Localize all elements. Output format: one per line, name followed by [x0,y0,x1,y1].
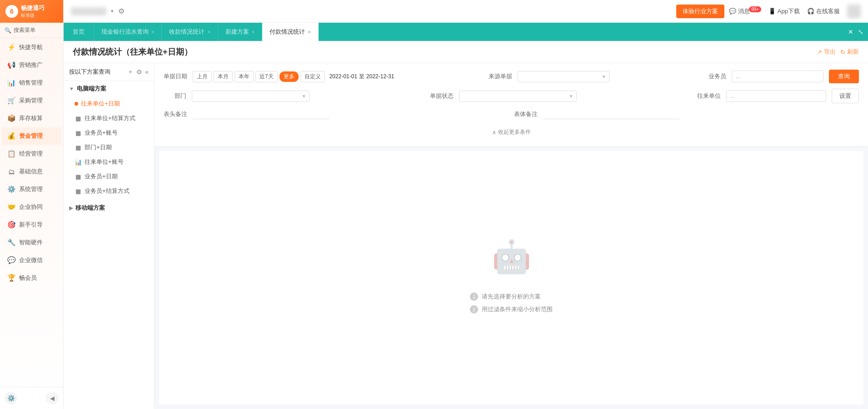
tab-payment-stats-close[interactable]: × [308,29,310,35]
topbar: 某某公司名称 ▾ ⚙ 体验行业方案 💬 消息 99+ 📱 App下载 🎧 在线客… [64,0,868,23]
search-menu-label: 搜索菜单 [14,26,35,34]
header-note-input[interactable] [193,109,329,119]
refresh-button[interactable]: ↻ 刷新 [840,48,859,56]
plan-item-label: 往来单位+日期 [81,100,120,108]
sidebar-item-label: 采购管理 [19,96,43,105]
sidebar-item-cooperation[interactable]: 🤝 企业协同 [2,198,61,216]
sidebar-item-inventory[interactable]: 📦 库存核算 [2,110,61,127]
tab-receipt-stats[interactable]: 收款情况统计 × [162,23,218,41]
tab-home-label: 首页 [73,28,85,36]
sidebar-item-sales[interactable]: 📊 销售管理 [2,74,61,91]
step-num-1: 1 [470,293,478,301]
doc-status-select[interactable]: ▾ [459,91,577,102]
source-doc-select[interactable]: ▾ [518,71,609,82]
scheme-settings-icon[interactable]: ⚙ [136,68,142,76]
export-button[interactable]: ↗ 导出 [817,48,836,56]
source-doc-chevron: ▾ [603,74,605,80]
sidebar: 6 畅捷通巧 标准版 🔍 搜索菜单 ⚡ 快捷导航 📢 营销推广 📊 销售管理 🛒… [0,0,64,409]
app-version: 标准版 [21,12,45,19]
staff-label: 业务员 [703,72,726,81]
tab-receipt-stats-close[interactable]: × [207,29,210,35]
messages-button[interactable]: 💬 消息 99+ [729,7,761,15]
filter-area: 单据日期 上月 本月 本年 近7天 更多 自定义 2022-01-01 至 20 [155,63,868,146]
sidebar-collapse-button[interactable]: ◀ [46,392,59,404]
sidebar-item-finance[interactable]: 💰 资金管理 [2,127,61,145]
partner-label: 往来单位 [697,92,721,100]
last-month-btn[interactable]: 上月 [193,71,212,82]
settings-footer-icon[interactable]: ⚙️ [5,392,17,404]
tab-bank-flow-close[interactable]: × [151,29,154,35]
tab-bank-flow[interactable]: 现金银行流水查询 × [94,23,162,41]
topbar-settings-icon[interactable]: ⚙ [118,7,125,15]
export-icon: ↗ [817,49,822,56]
user-avatar[interactable] [847,5,861,18]
tab-payment-stats[interactable]: 付款情况统计 × [262,23,318,41]
tab-expand-icon[interactable]: ⤡ [858,28,863,35]
filter-row-3: 表头备注 表体备注 [164,109,859,119]
plan-item-unit-account[interactable]: 📊 往来单位+账号 [64,155,154,169]
collapse-conditions-button[interactable]: ∧ 收起更多条件 [164,125,859,140]
custom-date-btn[interactable]: 自定义 [300,71,325,82]
add-scheme-icon[interactable]: ＋ [127,68,134,76]
doc-status-chevron: ▾ [570,93,573,99]
this-month-btn[interactable]: 本月 [214,71,233,82]
service-icon: 🎧 [807,8,814,15]
left-panel-icons: ＋ ⚙ « [127,68,149,76]
doc-status-label: 单据状态 [430,92,454,100]
purchase-icon: 🛒 [7,96,15,105]
app-name: 畅捷通巧 [21,4,45,12]
sidebar-item-system[interactable]: ⚙️ 系统管理 [2,181,61,198]
sidebar-item-basic-info[interactable]: 🗂 基础信息 [2,163,61,180]
logo-icon: 6 [5,5,18,18]
sidebar-item-business[interactable]: 📋 经营管理 [2,145,61,162]
sidebar-item-guide[interactable]: 🎯 新手引导 [2,216,61,233]
sidebar-item-purchase[interactable]: 🛒 采购管理 [2,92,61,109]
trial-industry-button[interactable]: 体验行业方案 [676,5,724,18]
query-button[interactable]: 查询 [829,70,859,83]
plan-item-dept-date[interactable]: ▦ 部门+日期 [64,140,154,155]
sidebar-item-quick-nav[interactable]: ⚡ 快捷导航 [2,39,61,56]
sidebar-item-vip[interactable]: 🏆 畅会员 [2,269,61,287]
company-dropdown-icon[interactable]: ▾ [111,8,114,14]
partner-select[interactable]: ... [726,90,826,102]
tab-home[interactable]: 首页 [64,23,94,41]
date-buttons: 上月 本月 本年 近7天 更多 自定义 2022-01-01 至 2022-12… [193,71,394,82]
left-panel: 按以下方案查询 ＋ ⚙ « ▼ 电脑端方案 往来单位+日期 [64,63,155,409]
desktop-section-header[interactable]: ▼ 电脑端方案 [64,81,154,96]
plan-item-staff-date[interactable]: ▦ 业务员+日期 [64,169,154,184]
staff-select[interactable]: ... [732,71,823,82]
refresh-label: 刷新 [847,48,859,56]
search-menu-item[interactable]: 🔍 搜索菜单 [0,23,63,38]
page-header: 付款情况统计（往来单位+日期） ↗ 导出 ↻ 刷新 [64,41,868,63]
plan-item-staff-payment[interactable]: ▦ 业务员+结算方式 [64,184,154,198]
plan-item-staff-account[interactable]: ▦ 业务员+账号 [64,126,154,140]
last-7-days-btn[interactable]: 近7天 [255,71,278,82]
settings-button[interactable]: 设置 [832,89,859,103]
collapse-left-panel-icon[interactable]: « [145,68,149,76]
tab-bank-flow-label: 现金银行流水查询 [101,28,149,36]
online-service-button[interactable]: 🎧 在线客服 [807,7,840,15]
sidebar-item-weixin[interactable]: 💬 企业微信 [2,252,61,269]
mobile-section-header[interactable]: ▶ 移动端方案 [64,200,154,216]
body-note-input[interactable] [543,109,679,119]
dept-select[interactable]: ▾ [192,91,309,102]
refresh-icon: ↻ [840,49,845,56]
marketing-icon: 📢 [7,61,15,69]
plan-item-unit-date[interactable]: 往来单位+日期 [64,96,154,111]
hardware-icon: 🔧 [7,238,15,247]
plan-item-label: 部门+日期 [85,143,112,151]
this-year-btn[interactable]: 本年 [234,71,254,82]
left-panel-header: 按以下方案查询 ＋ ⚙ « [64,63,154,81]
app-download-button[interactable]: 📱 App下载 [768,7,800,15]
more-dates-btn[interactable]: 更多 [279,71,299,82]
tab-new-plan-close[interactable]: × [252,29,254,35]
plan-item-unit-payment[interactable]: ▦ 往来单位+结算方式 [64,111,154,126]
sidebar-title-group: 畅捷通巧 标准版 [21,4,45,19]
date-range-end: 2022-12-31 [366,73,394,80]
sidebar-item-hardware[interactable]: 🔧 智能硬件 [2,234,61,251]
topbar-actions: 💬 消息 99+ 📱 App下载 🎧 在线客服 [729,5,861,18]
business-icon: 📋 [7,150,15,158]
tab-close-window-icon[interactable]: ✕ [848,28,853,35]
tab-new-plan[interactable]: 新建方案 × [218,23,262,41]
sidebar-item-marketing[interactable]: 📢 营销推广 [2,56,61,74]
